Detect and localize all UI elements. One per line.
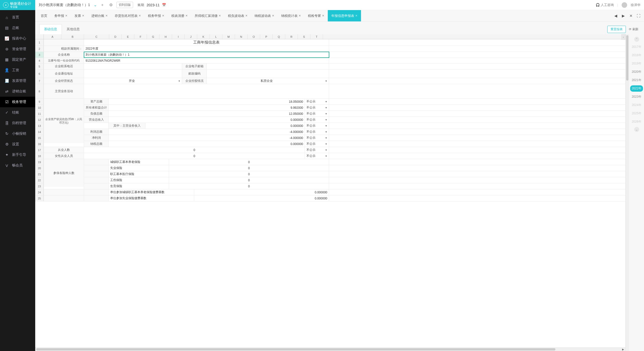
subtab-basic[interactable]: 基础信息 (39, 24, 62, 34)
pub-dropdown[interactable]: 不公示▼ (305, 99, 329, 104)
col-head-R[interactable]: R (285, 34, 298, 39)
row-head-13[interactable]: 13 (35, 123, 44, 129)
switch-old-button[interactable]: 切到旧版 (116, 2, 133, 8)
insur-value[interactable]: 0 (169, 171, 329, 177)
col-head-P[interactable]: P (260, 34, 273, 39)
fin-value[interactable]: 0.000000 (109, 141, 305, 147)
row-head-23[interactable]: 23 (35, 183, 44, 189)
pub-dropdown[interactable]: 不公示▼ (305, 141, 329, 147)
row-head-4[interactable]: 4 (35, 58, 44, 63)
close-icon[interactable]: ✕ (322, 14, 324, 17)
tab-2[interactable]: 发票✕ (71, 10, 88, 21)
vertical-scrollbar[interactable] (625, 34, 629, 351)
sidebar-item-8[interactable]: ☑税务管理 (0, 97, 35, 107)
fin-value[interactable]: -4.000000 (109, 129, 305, 135)
tab-next-icon[interactable]: ▶ (620, 12, 627, 19)
emp-value[interactable]: 0 (84, 147, 305, 153)
col-head-I[interactable]: I (172, 34, 185, 39)
year-2022年[interactable]: 2022年 (630, 85, 643, 92)
insur-value[interactable]: 0 (169, 165, 329, 171)
row-head-17[interactable]: 17 (35, 147, 44, 153)
row-head-18[interactable]: 18 (35, 153, 44, 159)
refresh-button[interactable]: ⟳ 刷新 (629, 27, 638, 31)
col-head-Q[interactable]: Q (273, 34, 285, 39)
row-head-3[interactable]: 3 (35, 52, 44, 58)
row-head-10[interactable]: 10 (35, 105, 44, 111)
row-head-19[interactable]: 19 (35, 159, 44, 165)
fem-value[interactable]: 0 (84, 153, 305, 159)
corner-cell[interactable] (35, 34, 44, 39)
sidebar-item-6[interactable]: 🧾发票管理 (0, 76, 35, 86)
row-head-14[interactable]: 14 (35, 129, 44, 135)
tab-3[interactable]: 进销台账✕ (88, 10, 111, 21)
col-head-O[interactable]: O (248, 34, 260, 39)
year-2017年[interactable]: 2017年 (630, 44, 643, 50)
pub-dropdown[interactable]: 不公示▼ (305, 153, 329, 159)
tab-prev-icon[interactable]: ◀ (612, 12, 619, 19)
col-head-B[interactable]: B (61, 34, 84, 39)
row-head-16[interactable]: 16 (35, 141, 44, 147)
close-icon[interactable]: ✕ (65, 14, 67, 17)
sidebar-item-4[interactable]: ▦固定资产 (0, 54, 35, 65)
close-icon[interactable]: ✕ (245, 14, 248, 17)
tab-0[interactable]: 首页 (37, 10, 51, 21)
row-head-24[interactable]: 24 (35, 189, 44, 195)
insur-value[interactable]: 0 (169, 159, 329, 165)
scroll-right-icon[interactable]: ▶ (621, 348, 625, 351)
year-down-icon[interactable]: ⌄ (634, 127, 639, 132)
sub-value[interactable]: 0.000000 (145, 123, 305, 129)
col-head-M[interactable]: M (222, 34, 235, 39)
row-head-8[interactable]: 8 (35, 84, 44, 98)
sidebar-item-10[interactable]: 🗄归档管理 (0, 118, 35, 128)
row-head-22[interactable]: 22 (35, 177, 44, 183)
row-head-20[interactable]: 20 (35, 165, 44, 171)
post-value[interactable] (207, 69, 329, 78)
close-icon[interactable]: ✕ (82, 14, 84, 17)
col-head-F[interactable]: F (134, 34, 147, 39)
col-head-J[interactable]: J (185, 34, 197, 39)
tab-12[interactable]: 年报信息申报表✕ (328, 10, 361, 21)
subtab-other[interactable]: 其他信息 (62, 24, 85, 34)
holding-dropdown[interactable]: 私营企业▼ (207, 78, 329, 84)
col-head-T[interactable]: T (310, 34, 323, 39)
sidebar-item-9[interactable]: ✓结账 (0, 107, 35, 118)
tab-close-all-icon[interactable]: ✕ (627, 12, 634, 19)
email-value[interactable] (207, 63, 329, 69)
insur-value[interactable]: 0 (169, 177, 329, 183)
insur-value[interactable]: 0 (169, 183, 329, 189)
year-up-icon[interactable]: ⌃ (634, 37, 639, 42)
horizontal-scrollbar[interactable]: ▶ (35, 347, 625, 351)
tab-8[interactable]: 税负波动表✕ (224, 10, 251, 21)
col-head-A[interactable]: A (44, 34, 61, 39)
row-head-7[interactable]: 7 (35, 78, 44, 84)
year-2021年[interactable]: 2021年 (630, 77, 643, 83)
company-value[interactable]: 刘小艳演示账套（勿删勿动！）1 (84, 52, 329, 58)
sidebar-item-11[interactable]: ↻小畅报销 (0, 128, 35, 139)
row-head-15[interactable]: 15 (35, 135, 44, 141)
main-biz-value[interactable] (84, 84, 329, 98)
col-head-N[interactable]: N (235, 34, 248, 39)
pub-dropdown[interactable]: 不公示▼ (305, 147, 329, 153)
close-icon[interactable]: ✕ (299, 14, 301, 17)
row-head-5[interactable]: 5 (35, 63, 44, 69)
tab-1[interactable]: 务申报✕ (51, 10, 71, 21)
close-icon[interactable]: ✕ (139, 14, 141, 17)
sidebar-item-2[interactable]: 📈报表中心 (0, 33, 35, 44)
add-button[interactable]: + (99, 2, 105, 8)
tab-10[interactable]: 纳税统计表✕ (278, 10, 304, 21)
base-value[interactable]: 0.000000 (194, 195, 329, 201)
fullscreen-icon[interactable]: ⛶ (635, 12, 642, 19)
row-head-1[interactable]: 1 (35, 39, 44, 46)
col-head-H[interactable]: H (159, 34, 172, 39)
year-2025年[interactable]: 2025年 (630, 110, 643, 117)
tab-6[interactable]: 税表清册✕ (168, 10, 191, 21)
year-2018年[interactable]: 2018年 (630, 52, 643, 58)
fin-value[interactable]: 18.050000 (109, 99, 305, 104)
fin-value[interactable]: -4.000000 (109, 135, 305, 141)
tab-7[interactable]: 所得税汇算清缴✕ (191, 10, 224, 21)
gear-icon[interactable]: ⚙ (108, 2, 114, 8)
year-2026年[interactable]: 2026年 (630, 119, 643, 125)
avatar-icon[interactable] (622, 2, 627, 8)
addr-value[interactable] (84, 69, 182, 78)
row-head-21[interactable]: 21 (35, 171, 44, 177)
